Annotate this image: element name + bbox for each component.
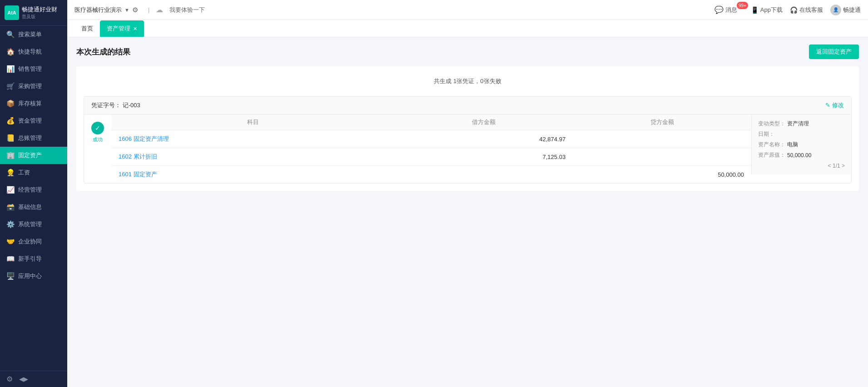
page-info: 1/1 [833,163,842,169]
col-subject: 科目 [111,114,394,130]
return-fixed-assets-button[interactable]: 返回固定资产 [809,45,859,59]
credit-amount: 50,000.00 [573,166,751,184]
date-label: 日期： [758,130,785,138]
user-area[interactable]: 👤 畅捷通 [830,5,861,15]
username: 畅捷通 [843,6,861,14]
experience-label: 我要体验一下 [169,6,205,14]
tab-home-label: 首页 [81,25,93,33]
message-icon: 💬 [714,5,724,14]
sidebar-item-label: 新手引导 [18,255,42,263]
sidebar-item-system[interactable]: ⚙️ 系统管理 [0,216,67,233]
tab-close-icon[interactable]: ✕ [133,26,137,32]
voucher-edit-btn[interactable]: ✎ 修改 [825,101,844,109]
side-asset-name: 资产名称： 电脑 [758,141,845,149]
logo-text: 畅捷通好业财 [22,5,57,14]
sidebar-item-label: 基础信息 [18,203,42,211]
collapse-icon[interactable]: ◀▶ [19,376,28,382]
edit-icon: ✎ [825,102,830,109]
sidebar-item-funds[interactable]: 💰 资金管理 [0,112,67,129]
sidebar-item-payroll[interactable]: 👷 工资 [0,164,67,181]
topbar-right: 💬 消息 99+ 📱 App下载 🎧 在线客服 👤 畅捷通 [714,5,861,15]
sidebar-item-ledger[interactable]: 📒 总账管理 [0,129,67,147]
search-icon: 🔍 [6,30,15,39]
voucher-no-value: 记-003 [123,102,140,109]
side-date: 日期： [758,130,845,138]
result-summary: 共生成 1张凭证，0张失败 [84,74,852,89]
asset-value-label: 资产原值： [758,151,785,159]
company-name: 医疗器械行业演示 [74,6,122,14]
side-change-type: 变动类型： 资产清理 [758,120,845,128]
sidebar-item-label: 搜索菜单 [18,30,42,39]
prev-page-btn[interactable]: < [828,163,831,169]
avatar: 👤 [830,5,841,15]
next-page-btn[interactable]: > [842,163,845,169]
side-asset-value: 资产原值： 50,000.00 [758,151,845,159]
sidebar-item-search[interactable]: 🔍 搜索菜单 [0,26,67,43]
basics-icon: 🗃️ [6,203,15,211]
inventory-icon: 📦 [6,99,15,108]
subject-link[interactable]: 1601 固定资产 [119,171,157,178]
sidebar-item-apps[interactable]: 🖥️ 应用中心 [0,268,67,285]
change-type-value: 资产清理 [787,120,809,128]
tab-asset-management[interactable]: 资产管理 ✕ [100,20,144,37]
settings-bottom-icon[interactable]: ⚙ [6,375,13,383]
sidebar-item-basics[interactable]: 🗃️ 基础信息 [0,198,67,216]
sidebar-item-guide[interactable]: 📖 新手引导 [0,250,67,268]
sidebar-item-label: 采购管理 [18,82,42,90]
sidebar-item-quicknav[interactable]: 🏠 快捷导航 [0,43,67,60]
sidebar-logo: AtA 畅捷通好业财 普及版 [0,0,67,26]
online-service-label: 在线客服 [799,6,823,14]
credit-amount [573,130,751,148]
tab-bar: 首页 资产管理 ✕ [67,20,868,37]
success-col: ✓ 成功 [84,114,111,150]
table-row: 1601 固定资产 50,000.00 [111,166,751,184]
messages-badge: 99+ [737,2,748,9]
tab-home[interactable]: 首页 [74,20,100,37]
sidebar-item-label: 工资 [18,169,30,177]
sidebar-item-fixed-assets[interactable]: 🏢 固定资产 [0,147,67,164]
messages-btn[interactable]: 💬 消息 99+ [714,5,744,14]
debit-amount: 42,874.97 [394,130,573,148]
table-row: 1606 固定资产清理 42,874.97 [111,130,751,148]
purchase-icon: 🛒 [6,82,15,90]
debit-amount [394,166,573,184]
ledger-icon: 📒 [6,134,15,142]
sidebar-item-label: 系统管理 [18,220,42,228]
success-label: 成功 [93,136,103,143]
table-row: 1602 累计折旧 7,125.03 [111,148,751,166]
pagination: < 1/1 > [758,163,845,169]
credit-amount [573,148,751,166]
topbar-title-area: 医疗器械行业演示 ▼ ⚙ | ☁ 我要体验一下 [74,5,711,14]
online-service-btn[interactable]: 🎧 在线客服 [790,6,823,14]
tab-asset-label: 资产管理 [107,25,130,33]
sidebar-item-collab[interactable]: 🤝 企业协同 [0,233,67,250]
sidebar-item-inventory[interactable]: 📦 库存核算 [0,95,67,112]
logo-icon: AtA [5,5,19,20]
subject-link[interactable]: 1606 固定资产清理 [119,135,169,142]
debit-amount: 7,125.03 [394,148,573,166]
asset-name-value: 电脑 [787,141,798,149]
sidebar-item-operations[interactable]: 📈 经营管理 [0,181,67,198]
sidebar-item-label: 库存核算 [18,99,42,108]
voucher-no-label: 凭证字号： [91,102,121,109]
sidebar-item-label: 应用中心 [18,272,42,280]
apps-icon: 🖥️ [6,272,15,280]
sidebar-nav: 🔍 搜索菜单 🏠 快捷导航 📊 销售管理 🛒 采购管理 📦 库存核算 💰 资金管… [0,26,67,371]
service-icon: 🎧 [790,6,798,14]
edit-label: 修改 [832,102,844,109]
collab-icon: 🤝 [6,238,15,246]
app-icon: 📱 [751,6,759,14]
subject-link[interactable]: 1602 累计折旧 [119,153,157,160]
page-header: 本次生成的结果 返回固定资产 [76,45,859,59]
fixed-assets-icon: 🏢 [6,151,15,159]
sidebar-item-sales[interactable]: 📊 销售管理 [0,60,67,78]
voucher-card: 凭证字号： 记-003 ✎ 修改 ✓ 成功 [84,96,852,184]
sidebar: AtA 畅捷通好业财 普及版 🔍 搜索菜单 🏠 快捷导航 📊 销售管理 🛒 采购… [0,0,67,387]
settings-icon[interactable]: ⚙ [132,6,138,14]
app-download-btn[interactable]: 📱 App下载 [751,6,783,14]
experience-btn[interactable]: 我要体验一下 [169,6,205,14]
asset-name-label: 资产名称： [758,141,785,149]
payroll-icon: 👷 [6,169,15,177]
company-dropdown-icon[interactable]: ▼ [124,7,129,13]
sidebar-item-purchase[interactable]: 🛒 采购管理 [0,78,67,95]
